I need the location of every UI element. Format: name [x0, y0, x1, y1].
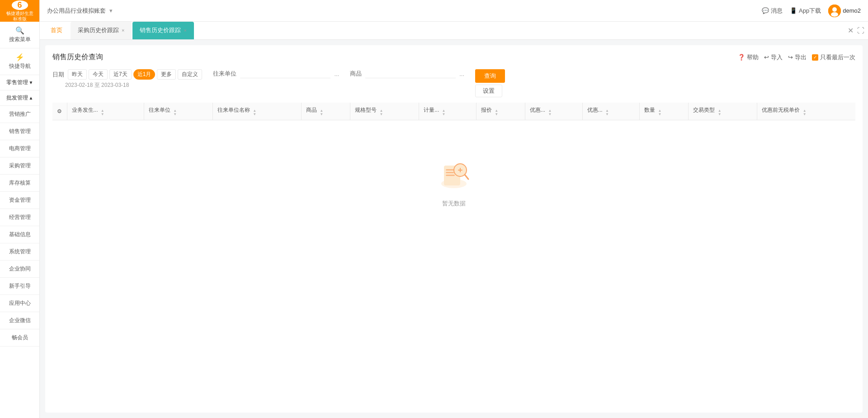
sidebar-item-ecommerce[interactable]: 电商管理 [0, 140, 39, 157]
topbar-title-text: 办公用品行业模拟账套 [47, 7, 106, 15]
sidebar-item-label: 快捷导航 [2, 62, 38, 70]
date-btn-7days[interactable]: 近7天 [109, 69, 132, 80]
date-btn-more[interactable]: 更多 [157, 69, 176, 80]
tab-purchase-label: 采购历史价跟踪 [78, 26, 119, 34]
data-table: ⚙ 业务发生... ▲▼ 往来单位 ▲▼ 往来单位名称 [52, 103, 855, 120]
help-label: 帮助 [747, 53, 759, 62]
sort-icon: ▲▼ [658, 109, 661, 116]
col-quote[interactable]: 报价 ▲▼ [476, 103, 525, 120]
help-button[interactable]: ❓ 帮助 [738, 53, 759, 62]
sidebar-item-newbie[interactable]: 新手引导 [0, 278, 39, 295]
col-partner-code[interactable]: 往来单位 ▲▼ [144, 103, 212, 120]
col-goods[interactable]: 商品 ▲▼ [301, 103, 350, 120]
sort-icon: ▲▼ [442, 109, 446, 116]
tab-purchase[interactable]: 采购历史价跟踪 × [71, 22, 132, 39]
setting-button[interactable]: 设置 [475, 85, 502, 97]
col-discount2[interactable]: 优惠... ▲▼ [582, 103, 640, 120]
only-last-checkbox[interactable]: 只看最后一次 [812, 53, 855, 62]
app-download-label: App下载 [799, 7, 821, 15]
tab-sales-close[interactable]: × [184, 28, 186, 33]
partner-ellipsis[interactable]: ... [334, 71, 339, 77]
help-icon: ❓ [738, 54, 745, 61]
close-window-icon[interactable]: ✕ [848, 26, 854, 35]
sidebar-item-sales-mgmt[interactable]: 销售管理 [0, 123, 39, 140]
expand-window-icon[interactable]: ⛶ [857, 27, 864, 35]
tab-purchase-close[interactable]: × [122, 28, 124, 33]
topbar-dropdown-icon[interactable]: ▾ [109, 7, 113, 14]
col-spec[interactable]: 规格型号 ▲▼ [350, 103, 419, 120]
date-btn-yesterday[interactable]: 昨天 [68, 69, 87, 80]
sidebar-item-operations[interactable]: 经营管理 [0, 209, 39, 226]
app-logo: 6 畅捷通好生意 标准版 [0, 0, 39, 22]
svg-rect-6 [446, 172, 454, 173]
col-unit[interactable]: 计量... ▲▼ [419, 103, 476, 120]
date-btn-1month[interactable]: 近1月 [133, 69, 156, 80]
col-biz-date[interactable]: 业务发生... ▲▼ [67, 103, 144, 120]
sidebar-item-vip[interactable]: 畅会员 [0, 329, 39, 347]
message-button[interactable]: 💬 消息 [762, 7, 783, 15]
chevron-up-icon: ▲ [29, 95, 33, 100]
empty-text: 暂无数据 [442, 200, 466, 208]
table-header-row: ⚙ 业务发生... ▲▼ 往来单位 ▲▼ 往来单位名称 [52, 103, 855, 120]
import-label: 导入 [771, 53, 783, 62]
export-button[interactable]: ↪ 导出 [788, 53, 807, 62]
export-label: 导出 [795, 53, 807, 62]
empty-state: 暂无数据 [52, 120, 855, 244]
sidebar-item-inventory[interactable]: 库存核算 [0, 175, 39, 192]
app-download-button[interactable]: 📱 App下载 [790, 7, 821, 15]
import-button[interactable]: ↩ 导入 [764, 53, 783, 62]
import-icon: ↩ [764, 54, 769, 61]
col-quantity[interactable]: 数量 ▲▼ [640, 103, 689, 120]
tab-home[interactable]: 首页 [43, 22, 70, 39]
inventory-label: 库存核算 [2, 179, 38, 187]
sidebar-item-wxwork[interactable]: 企业微信 [0, 312, 39, 329]
date-btn-custom[interactable]: 自定义 [178, 69, 202, 80]
col-discount1[interactable]: 优惠... ▲▼ [525, 103, 583, 120]
sidebar-item-retail[interactable]: 零售管理 ▼ [0, 75, 39, 90]
table-container: ⚙ 业务发生... ▲▼ 往来单位 ▲▼ 往来单位名称 [52, 103, 855, 244]
sidebar-item-system[interactable]: 系统管理 [0, 243, 39, 261]
svg-rect-7 [446, 175, 455, 176]
sidebar-item-basic[interactable]: 基础信息 [0, 226, 39, 243]
newbie-label: 新手引导 [2, 282, 38, 290]
topbar-actions: 💬 消息 📱 App下载 demo2 [762, 5, 861, 17]
col-partner-name[interactable]: 往来单位名称 ▲▼ [212, 103, 301, 120]
goods-ellipsis[interactable]: ... [459, 71, 464, 77]
chevron-down-icon: ▼ [29, 80, 33, 85]
svg-point-1 [832, 7, 837, 12]
date-btn-today[interactable]: 今天 [89, 69, 108, 80]
retail-label: 零售管理 [6, 79, 28, 86]
tab-sales-label: 销售历史价跟踪 [140, 26, 181, 34]
checkbox-icon [812, 54, 818, 61]
page-actions: ❓ 帮助 ↩ 导入 ↪ 导出 只看最后一次 [738, 53, 855, 62]
col-tax-price[interactable]: 优惠前无税单价 ▲▼ [757, 103, 855, 120]
tabbar: 首页 采购历史价跟踪 × 销售历史价跟踪 × ✕ ⛶ [40, 22, 868, 40]
page-title: 销售历史价查询 [52, 52, 103, 62]
sidebar-item-purchase[interactable]: 采购管理 [0, 157, 39, 175]
date-label: 日期 [52, 71, 64, 79]
window-controls: ✕ ⛶ [848, 22, 864, 39]
sidebar: 6 畅捷通好生意 标准版 🔍 搜索菜单 ⚡ 快捷导航 零售管理 ▼ 批发管理 ▲… [0, 0, 40, 418]
sidebar-item-quick[interactable]: ⚡ 快捷导航 [0, 48, 39, 75]
sort-icon: ▲▼ [173, 109, 177, 116]
sidebar-item-finance[interactable]: 资金管理 [0, 192, 39, 209]
sidebar-item-enterprise[interactable]: 企业协同 [0, 261, 39, 278]
col-gear[interactable]: ⚙ [52, 103, 67, 120]
goods-input[interactable] [365, 69, 456, 78]
partner-input[interactable] [240, 69, 330, 78]
user-area[interactable]: demo2 [828, 5, 861, 17]
sidebar-item-wholesale[interactable]: 批发管理 ▲ [0, 90, 39, 106]
sidebar-item-appstore[interactable]: 应用中心 [0, 295, 39, 312]
sidebar-item-marketing[interactable]: 营销推广 [0, 106, 39, 123]
sort-icon: ▲▼ [380, 109, 383, 116]
sidebar-item-search[interactable]: 🔍 搜索菜单 [0, 22, 39, 48]
username-label: demo2 [843, 7, 861, 14]
basic-label: 基础信息 [2, 231, 38, 238]
query-button[interactable]: 查询 [475, 69, 505, 83]
topbar-title-area: 办公用品行业模拟账套 ▾ [47, 7, 755, 15]
col-trade-type[interactable]: 交易类型 ▲▼ [689, 103, 757, 120]
enterprise-label: 企业协同 [2, 265, 38, 273]
app-name: 畅捷通好生意 [6, 11, 33, 16]
search-icon: 🔍 [2, 26, 38, 35]
tab-sales[interactable]: 销售历史价跟踪 × [132, 22, 193, 39]
